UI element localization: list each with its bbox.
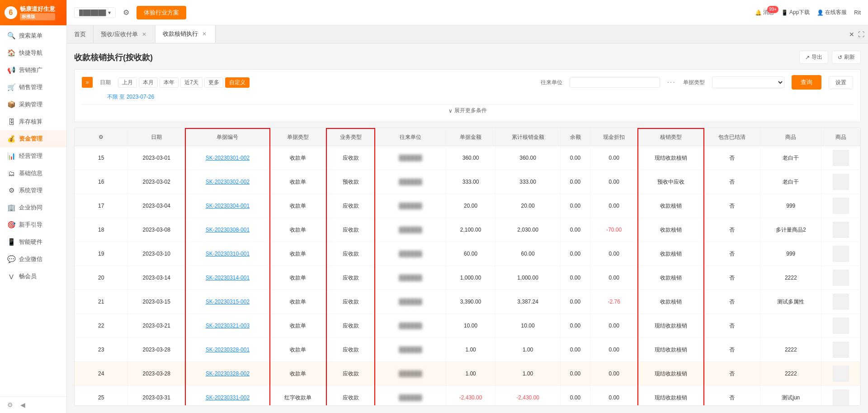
export-btn[interactable]: ↗ 导出 [799,51,828,64]
date-btn-custom[interactable]: 自定义 [225,77,250,88]
tab-writeoff-close-icon[interactable]: ✕ [201,30,208,38]
sidebar-item-marketing[interactable]: 📢营销推广 [0,62,66,79]
tab-presettle-label: 预收/应收付单 [101,30,138,38]
cell-include-settled: 否 [704,194,760,218]
cell-amount: 60.00 [446,242,495,266]
solution-btn[interactable]: 体验行业方案 [137,6,186,19]
sidebar-item-purchase[interactable]: 📦采购管理 [0,96,66,113]
date-btn-7days[interactable]: 近7天 [180,77,203,88]
sidebar-item-member[interactable]: V畅会员 [0,268,66,285]
th-biztype[interactable]: 业务类型 [326,128,375,146]
date-btn-thisyear[interactable]: 本年 [160,77,179,88]
th-goods[interactable]: 商品 [760,128,821,146]
date-btn-lastmonth[interactable]: 上月 [118,77,137,88]
th-settings[interactable]: ⚙ [75,128,128,146]
th-amount[interactable]: 单据金额 [446,128,495,146]
doctype-select[interactable] [712,76,784,88]
query-btn[interactable]: 查询 [792,75,821,90]
expand-tab-icon[interactable]: ⛶ [858,31,864,38]
filter-expand-btn[interactable]: » [82,77,93,88]
th-discount[interactable]: 现金折扣 [590,128,638,146]
docno-link[interactable]: SK-20230310-001 [206,251,250,257]
settings-icon[interactable]: ⚙ [7,401,13,408]
cell-partner: ██████ [375,170,446,194]
date-btn-thismonth[interactable]: 本月 [139,77,158,88]
collapse-icon[interactable]: ◀ [20,401,25,408]
sidebar-item-corp[interactable]: 🏢企业协同 [0,199,66,216]
refresh-btn[interactable]: ↺ 刷新 [832,51,861,64]
cell-date: 2023-03-02 [128,170,185,194]
sidebar-label-search: 搜索菜单 [19,32,42,40]
th-partner[interactable]: 往来单位 [375,128,446,146]
topbar: ███████ ▾ ⚙ 体验行业方案 🔔 消息 99+ 📱 App下载 👤 在线… [67,0,868,25]
th-writeoff-total[interactable]: 累计核销金额 [495,128,561,146]
tab-home[interactable]: 首页 [67,25,94,43]
docno-link[interactable]: SK-20230301-002 [206,155,250,161]
table-row: 15 2023-03-01 SK-20230301-002 收款单 应收款 ██… [75,146,860,170]
messages-btn[interactable]: 🔔 消息 99+ [755,9,774,16]
topbar-right: 🔔 消息 99+ 📱 App下载 👤 在线客服 Rit [755,9,861,16]
user-profile-btn[interactable]: Rit [854,9,861,16]
docno-link[interactable]: SK-20230328-001 [206,347,250,353]
docno-link[interactable]: SK-20230331-002 [206,394,250,401]
cell-partner: ██████ [375,338,446,362]
th-balance[interactable]: 余额 [560,128,590,146]
sidebar-item-operation[interactable]: 📊经营管理 [0,147,66,165]
docno-link[interactable]: SK-20230314-001 [206,275,250,281]
th-goods2[interactable]: 商品 [821,128,860,146]
sidebar-item-sales[interactable]: 🛒销售管理 [0,79,66,96]
expand-more-btn[interactable]: ∨ 展开更多条件 [82,104,853,116]
th-date[interactable]: 日期 [128,128,185,146]
sidebar-item-basic[interactable]: 🗂基础信息 [0,165,66,182]
date-btn-more[interactable]: 更多 [204,77,223,88]
tab-presettle-close-icon[interactable]: ✕ [141,31,148,38]
docno-link[interactable]: SK-20230328-002 [206,370,250,377]
cell-date: 2023-03-01 [128,146,185,170]
sidebar-item-finance[interactable]: 💰资金管理 [0,130,66,147]
app-download-btn[interactable]: 📱 App下载 [781,9,810,16]
docno-link[interactable]: SK-20230321-003 [206,323,250,329]
tabbar-actions: ✕ ⛶ [845,25,868,43]
sidebar-item-hardware[interactable]: 📱智能硬件 [0,233,66,251]
docno-link[interactable]: SK-20230308-001 [206,227,250,233]
doctype-label: 单据类型 [683,79,705,86]
cell-partner: ██████ [375,146,446,170]
docno-link[interactable]: SK-20230304-001 [206,203,250,209]
app-download-label: App下载 [789,9,810,16]
cell-docno: SK-20230315-002 [185,290,269,314]
content-inner: 收款核销执行(按收款) ↗ 导出 ↺ 刷新 » 日期 [67,43,868,413]
partner-label: 往来单位 [541,79,562,86]
th-doctype[interactable]: 单据类型 [270,128,327,146]
workspace-select[interactable]: ███████ ▾ [74,7,116,18]
partner-input[interactable] [570,77,660,88]
sidebar-item-guide[interactable]: 🎯新手引导 [0,216,66,233]
cell-no: 23 [75,338,128,362]
settings-gear-icon[interactable]: ⚙ [119,6,133,19]
sidebar-item-wechat[interactable]: 💬企业微信 [0,251,66,268]
sidebar-item-search[interactable]: 🔍搜索菜单 [0,27,66,44]
cell-goods: 2222 [760,362,821,386]
sidebar-item-system[interactable]: ⚙系统管理 [0,182,66,199]
cell-writeoff-total: 3,387.24 [495,290,561,314]
more-filters-icon[interactable]: ··· [667,78,676,86]
cell-writetype: 预收中应收 [638,170,703,194]
docno-link[interactable]: SK-20230315-002 [206,299,250,305]
sidebar-item-inventory[interactable]: 🗄库存核算 [0,113,66,130]
tab-writeoff[interactable]: 收款核销执行 ✕ [156,25,216,43]
th-include-settled[interactable]: 包含已结清 [704,128,760,146]
docno-link[interactable]: SK-20230302-002 [206,179,250,185]
th-docno[interactable]: 单据编号 [185,128,269,146]
sidebar-label-basic: 基础信息 [19,169,42,177]
system-icon: ⚙ [7,186,15,195]
chevron-down-icon: ▾ [108,9,111,16]
close-tab-icon[interactable]: ✕ [849,31,854,38]
table-row: 21 2023-03-15 SK-20230315-002 收款单 应收款 ██… [75,290,860,314]
cell-writeoff-total: 2,030.00 [495,218,561,242]
sidebar-item-quicknav[interactable]: 🏠快捷导航 [0,44,66,62]
online-service-btn[interactable]: 👤 在线客服 [817,9,847,16]
cell-balance: 0.00 [560,338,590,362]
cell-docno: SK-20230328-002 [185,362,269,386]
filter-settings-btn[interactable]: 设置 [829,76,853,89]
th-writetype[interactable]: 核销类型 [638,128,703,146]
tab-presettle[interactable]: 预收/应收付单 ✕ [94,25,156,43]
